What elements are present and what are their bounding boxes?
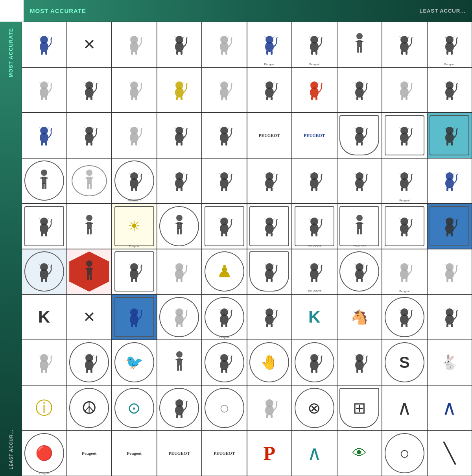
grid-cell-0-5[interactable]: Peugeot	[247, 22, 292, 67]
grid-cell-3-8[interactable]: Peugeot	[382, 158, 427, 204]
grid-cell-9-6[interactable]: ∧	[292, 431, 337, 476]
grid-cell-3-7[interactable]	[337, 158, 382, 204]
grid-cell-4-3[interactable]	[157, 203, 202, 249]
grid-cell-4-7[interactable]: PEUGEOT	[337, 203, 382, 249]
grid-cell-6-1[interactable]: ✕	[67, 294, 112, 340]
grid-cell-2-7[interactable]	[337, 113, 382, 158]
grid-cell-7-0[interactable]	[22, 340, 67, 386]
grid-cell-1-7[interactable]	[337, 67, 382, 113]
grid-cell-6-6[interactable]: K	[292, 294, 337, 340]
grid-cell-7-2[interactable]: 🐦	[112, 340, 157, 386]
grid-cell-8-3[interactable]	[157, 385, 202, 431]
grid-cell-7-1[interactable]	[67, 340, 112, 386]
grid-cell-0-7[interactable]	[337, 22, 382, 67]
grid-cell-2-2[interactable]	[112, 113, 157, 158]
grid-cell-1-8[interactable]	[382, 67, 427, 113]
grid-cell-5-1[interactable]	[67, 249, 112, 295]
grid-cell-4-8[interactable]	[382, 203, 427, 249]
grid-cell-0-8[interactable]	[382, 22, 427, 67]
grid-cell-3-5[interactable]	[247, 158, 292, 204]
grid-cell-6-0[interactable]: K	[22, 294, 67, 340]
grid-cell-0-2[interactable]	[112, 22, 157, 67]
grid-cell-8-6[interactable]: ⊗	[292, 385, 337, 431]
grid-cell-3-3[interactable]	[157, 158, 202, 204]
grid-cell-4-4[interactable]	[202, 203, 247, 249]
grid-cell-3-0[interactable]	[22, 158, 67, 204]
grid-cell-2-3[interactable]	[157, 113, 202, 158]
grid-cell-8-0[interactable]: ⓘ	[22, 385, 67, 431]
grid-cell-8-2[interactable]: ⊙	[112, 385, 157, 431]
grid-cell-4-9[interactable]	[427, 203, 472, 249]
grid-cell-5-8[interactable]: Peugeot	[382, 249, 427, 295]
grid-cell-9-0[interactable]: Peugeot🔴	[22, 431, 67, 476]
grid-cell-9-2[interactable]: Peugeot	[112, 431, 157, 476]
grid-cell-9-7[interactable]: 👁	[337, 431, 382, 476]
grid-cell-7-5[interactable]: 🤚	[247, 340, 292, 386]
grid-cell-3-9[interactable]	[427, 158, 472, 204]
grid-cell-2-4[interactable]	[202, 113, 247, 158]
grid-cell-4-1[interactable]	[67, 203, 112, 249]
grid-cell-9-5[interactable]: P	[247, 431, 292, 476]
grid-cell-3-6[interactable]	[292, 158, 337, 204]
grid-cell-5-0[interactable]	[22, 249, 67, 295]
grid-cell-7-9[interactable]: 🐇	[427, 340, 472, 386]
grid-cell-5-4[interactable]: ♟	[202, 249, 247, 295]
grid-cell-6-3[interactable]	[157, 294, 202, 340]
grid-cell-7-4[interactable]	[202, 340, 247, 386]
grid-cell-1-6[interactable]	[292, 67, 337, 113]
grid-cell-8-5[interactable]	[247, 385, 292, 431]
grid-cell-2-6[interactable]: PEUGEOT	[292, 113, 337, 158]
grid-cell-6-4[interactable]: Peugeot	[202, 294, 247, 340]
grid-cell-8-7[interactable]: ⊞	[337, 385, 382, 431]
grid-cell-8-1[interactable]: ☮	[67, 385, 112, 431]
grid-cell-1-0[interactable]	[22, 67, 67, 113]
grid-cell-1-2[interactable]	[112, 67, 157, 113]
grid-cell-5-2[interactable]	[112, 249, 157, 295]
grid-cell-8-4[interactable]: ○	[202, 385, 247, 431]
grid-cell-7-6[interactable]	[292, 340, 337, 386]
grid-cell-8-9[interactable]: ∧	[427, 385, 472, 431]
grid-cell-2-1[interactable]	[67, 113, 112, 158]
grid-cell-9-4[interactable]: PEUGEOT	[202, 431, 247, 476]
grid-cell-0-6[interactable]: Peugeot	[292, 22, 337, 67]
grid-cell-1-1[interactable]	[67, 67, 112, 113]
grid-cell-5-5[interactable]	[247, 249, 292, 295]
grid-cell-0-9[interactable]: Peugeot	[427, 22, 472, 67]
grid-cell-6-5[interactable]	[247, 294, 292, 340]
grid-cell-6-2[interactable]	[112, 294, 157, 340]
grid-cell-6-9[interactable]	[427, 294, 472, 340]
grid-cell-4-5[interactable]	[247, 203, 292, 249]
grid-cell-9-3[interactable]: PEUGEOT	[157, 431, 202, 476]
grid-cell-9-1[interactable]: Peugeot	[67, 431, 112, 476]
grid-cell-4-6[interactable]: PEUGEOT	[292, 203, 337, 249]
grid-cell-7-8[interactable]: S	[382, 340, 427, 386]
grid-cell-2-0[interactable]	[22, 113, 67, 158]
grid-cell-6-7[interactable]: 🐴	[337, 294, 382, 340]
grid-cell-0-4[interactable]	[202, 22, 247, 67]
grid-cell-4-2[interactable]: Peugeot☀	[112, 203, 157, 249]
grid-cell-6-8[interactable]	[382, 294, 427, 340]
grid-cell-1-3[interactable]	[157, 67, 202, 113]
grid-cell-1-4[interactable]	[202, 67, 247, 113]
grid-cell-2-8[interactable]	[382, 113, 427, 158]
grid-cell-0-3[interactable]	[157, 22, 202, 67]
grid-cell-5-3[interactable]	[157, 249, 202, 295]
grid-cell-1-5[interactable]	[247, 67, 292, 113]
grid-cell-2-5[interactable]: PEUGEOT	[247, 113, 292, 158]
grid-cell-5-9[interactable]	[427, 249, 472, 295]
grid-cell-9-8[interactable]: ○	[382, 431, 427, 476]
grid-cell-4-0[interactable]	[22, 203, 67, 249]
grid-cell-2-9[interactable]	[427, 113, 472, 158]
grid-cell-9-9[interactable]: ╲	[427, 431, 472, 476]
grid-cell-0-0[interactable]	[22, 22, 67, 67]
grid-cell-5-6[interactable]: PEUGEOT	[292, 249, 337, 295]
grid-cell-7-3[interactable]	[157, 340, 202, 386]
grid-cell-1-9[interactable]	[427, 67, 472, 113]
grid-cell-3-4[interactable]	[202, 158, 247, 204]
grid-cell-5-7[interactable]	[337, 249, 382, 295]
grid-cell-0-1[interactable]: ✕	[67, 22, 112, 67]
grid-cell-7-7[interactable]	[337, 340, 382, 386]
grid-cell-3-1[interactable]	[67, 158, 112, 204]
grid-cell-8-8[interactable]: ∧	[382, 385, 427, 431]
grid-cell-3-2[interactable]: PEUGEOT	[112, 158, 157, 204]
